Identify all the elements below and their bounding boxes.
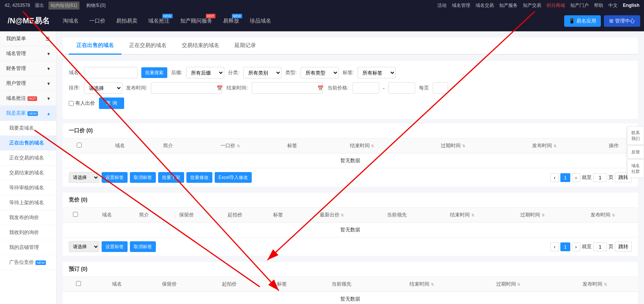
tab-finished[interactable]: 交易结束的域名 (174, 37, 227, 55)
sort-icon-bid[interactable]: ⇅ (341, 213, 344, 217)
yiming-app-btn[interactable]: 📱 易名应用 (564, 15, 601, 27)
messages-btn[interactable]: 站内短信(61) (49, 2, 79, 10)
query-btn[interactable]: 查 询 (99, 98, 124, 109)
fixed-price-page-select[interactable]: 请选择 (69, 172, 99, 183)
price-min-input[interactable] (353, 82, 379, 94)
sidebar-sub-trading-domain[interactable]: 正在交易的域名 (0, 151, 56, 166)
sort-icon-publish[interactable]: ⇅ (553, 144, 557, 148)
auction-cancel-tag-btn[interactable]: 取消标签 (130, 241, 156, 252)
sidebar-item-finance-mgmt[interactable]: 财务管理 ▾ (0, 61, 56, 76)
fixed-price-prev-btn[interactable]: ‹ (550, 173, 559, 182)
nav-domain-mgmt[interactable]: 域名管理 (452, 2, 470, 9)
feedback-btn[interactable]: 反馈 (627, 146, 644, 158)
domain-filter-input[interactable] (84, 67, 138, 78)
fixed-price-goto-input[interactable] (593, 173, 607, 182)
cart-btn[interactable]: 购物车(0) (84, 2, 108, 10)
sort-icon-end[interactable]: ⇅ (371, 144, 374, 148)
nav-premium-domain[interactable]: 珍品域名 (244, 11, 277, 31)
sort-icon-auction-expire[interactable]: ⇅ (542, 213, 545, 217)
auction-jump-btn[interactable]: 跳转 (615, 242, 632, 252)
sidebar-sub-selling-domain[interactable]: 正在出售的域名 (0, 136, 56, 151)
nav-chinese[interactable]: 中文 (608, 2, 618, 9)
fixed-price-next-btn[interactable]: › (572, 173, 580, 182)
sort-icon-expire[interactable]: ⇅ (462, 144, 465, 148)
batch-modify-btn[interactable]: 批量修改 (186, 172, 212, 183)
nav-easy-release[interactable]: 易释放NEW (218, 11, 244, 31)
type-filter-select[interactable]: 所有类型 (301, 67, 339, 78)
sort-icon-pre-expire[interactable]: ⇅ (517, 282, 520, 286)
nav-domain-snatch[interactable]: 域名抢注NEW (143, 11, 175, 31)
nav-auction[interactable]: 易拍易卖 (111, 11, 143, 31)
batch-offline-btn[interactable]: 批量下架 (158, 172, 184, 183)
logout-btn[interactable]: 退出 (35, 2, 44, 9)
nav-ip-trade[interactable]: 知产交易 (523, 2, 541, 9)
auction-table: 域名 简介 保留价 起拍价 标签 最新出价 ⇅ 当前领先 结束时间 ⇅ 过期时间… (63, 208, 638, 237)
nav-ip-portal[interactable]: 知产门户 (570, 2, 589, 9)
nav-ip-consult[interactable]: 知产顾问服务HOT (175, 11, 218, 31)
tab-trading[interactable]: 正在交易的域名 (121, 37, 174, 55)
category-filter-select[interactable]: 所有类别 (243, 67, 282, 78)
sidebar-sub-finished-domain[interactable]: 交易结束的域名 (0, 166, 56, 180)
nav-english[interactable]: English (623, 3, 639, 8)
sidebar-sub-sell-domain[interactable]: 我要卖域名 (0, 121, 56, 136)
sidebar-sub-received-inquiry[interactable]: 我收到的询价 (0, 225, 56, 240)
batch-search-btn[interactable]: 批量搜索 (141, 67, 167, 78)
nav-domain-trade[interactable]: 域名交易 (476, 2, 494, 9)
auction-set-tag-btn[interactable]: 设置标签 (102, 241, 128, 252)
sidebar-item-my-menu[interactable]: 我的菜单 ☰ (0, 31, 56, 46)
fixed-price-section: 一口价 (0) 域名 简介 一口价 ⇅ 标签 结束时间 ⇅ 过期时间 ⇅ 发布时… (63, 124, 638, 187)
sidebar-sub-pending-review[interactable]: 等待审核的域名 (0, 180, 56, 195)
excel-import-btn[interactable]: Excel导入修改 (215, 172, 252, 183)
sidebar-item-domain-snatch[interactable]: 域名抢注HOT ▾ (0, 91, 56, 106)
preorder-select-all[interactable] (76, 281, 81, 286)
sidebar-item-seller[interactable]: 我是卖家NEW ▴ (0, 106, 56, 121)
tab-selling-label: 正在出售的域名 (76, 42, 114, 48)
sidebar-item-domain-mgmt[interactable]: 域名管理 ▾ (0, 46, 56, 61)
nav-help[interactable]: 帮助 (594, 2, 603, 9)
has-bid-checkbox-label[interactable]: 有人出价 (69, 100, 95, 107)
sidebar-sub-pending-shelf[interactable]: 等待上架的域名 (0, 195, 56, 210)
contact-us-btn[interactable]: 联系我们 (627, 126, 644, 145)
community-btn[interactable]: 域名社群 (627, 159, 644, 178)
auction-page-select[interactable]: 请选择 (69, 241, 99, 252)
tab-delay[interactable]: 延期记录 (227, 37, 264, 55)
auction-page-1-btn[interactable]: 1 (560, 242, 570, 251)
fixed-price-page-1-btn[interactable]: 1 (560, 173, 570, 182)
nav-points-mall[interactable]: 积分商城 (547, 2, 565, 9)
sort-icon-auction-publish[interactable]: ⇅ (612, 213, 615, 217)
sidebar-sub-my-inquiry[interactable]: 我发布的询价 (0, 210, 56, 225)
sidebar-sub-store-mgmt[interactable]: 我的店铺管理 (0, 240, 56, 255)
fixed-price-select-all[interactable] (77, 143, 82, 148)
publish-time-input[interactable] (151, 82, 222, 94)
logo[interactable]: /N@ME易名 (0, 16, 57, 26)
price-max-input[interactable] (388, 82, 415, 94)
auction-prev-btn[interactable]: ‹ (550, 242, 559, 251)
sort-icon-auction-end[interactable]: ⇅ (471, 213, 474, 217)
sort-icon-pre-publish[interactable]: ⇅ (604, 282, 607, 286)
cancel-tag-btn[interactable]: 取消标签 (130, 172, 156, 183)
has-bid-checkbox[interactable] (69, 101, 74, 106)
nav-tao-domain[interactable]: 淘域名 (57, 11, 84, 31)
set-tag-btn[interactable]: 设置标签 (102, 172, 128, 183)
nav-ip-service[interactable]: 知产服务 (499, 2, 518, 9)
tab-selling[interactable]: 正在出售的域名 (69, 37, 121, 55)
sidebar-item-user-mgmt[interactable]: 用户管理 ▾ (0, 76, 56, 91)
app-icon: 📱 (569, 18, 575, 24)
manage-center-btn[interactable]: ⊞ 管理中心 (604, 15, 640, 27)
preorder-table: 域名 保留价 起拍价 标签 当前领先 结束时间 ⇅ 过期时间 ⇅ 发布时间 ⇅ … (63, 277, 638, 304)
sort-icon-pre-end[interactable]: ⇅ (431, 282, 434, 286)
sort-filter-select[interactable]: 请选择 (84, 82, 122, 94)
sort-icon-price[interactable]: ⇅ (237, 144, 240, 148)
nav-activity[interactable]: 活动 (437, 2, 447, 9)
auction-goto-input[interactable] (593, 242, 607, 251)
end-time-input[interactable] (252, 82, 323, 94)
auction-next-btn[interactable]: › (572, 242, 580, 251)
sidebar-sub-ad-bid[interactable]: 广告位竞价NEW (0, 255, 56, 270)
suffix-filter-select[interactable]: 所有后缀 (186, 67, 224, 78)
per-page-input[interactable]: 30 (433, 82, 448, 94)
auction-select-all[interactable] (73, 212, 78, 217)
main-nav: /N@ME易名 淘域名 一口价 易拍易卖 域名抢注NEW 知产顾问服务HOT 易… (0, 11, 644, 31)
fixed-price-col-expire: 过期时间 ⇅ (408, 138, 499, 153)
tag-filter-select[interactable]: 所有标签 (358, 67, 396, 78)
nav-fixed-price[interactable]: 一口价 (84, 11, 111, 31)
